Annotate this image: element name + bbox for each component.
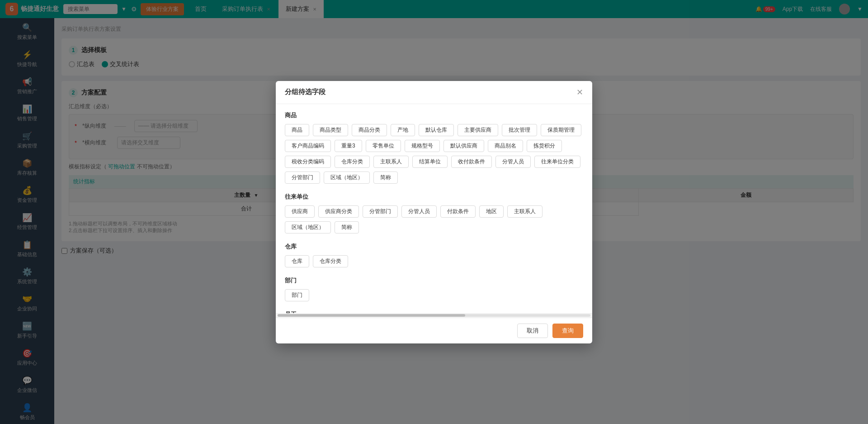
field-tag[interactable]: 分管人员	[495, 156, 531, 168]
confirm-button[interactable]: 查询	[552, 324, 583, 338]
field-tag[interactable]: 主联系人	[507, 205, 542, 218]
field-tag[interactable]: 商品别名	[488, 140, 523, 152]
field-tag[interactable]: 供应商分类	[318, 205, 359, 218]
scroll-thumb	[278, 314, 465, 317]
dept-group-title: 部门	[285, 276, 583, 285]
field-tag[interactable]: 付款条件	[440, 205, 476, 218]
scroll-track	[278, 314, 590, 317]
field-tag[interactable]: 供应商	[285, 205, 315, 218]
warehouse-group-title: 仓库	[285, 243, 583, 251]
warehouse-tags: 仓库仓库分类	[285, 255, 583, 267]
field-tag[interactable]: 仓库	[285, 255, 309, 267]
field-tag[interactable]: 默认仓库	[419, 124, 454, 136]
field-tag[interactable]: 简称	[373, 172, 398, 184]
field-tag[interactable]: 主联系人	[373, 156, 409, 168]
field-tag[interactable]: 税收分类编码	[285, 156, 331, 168]
goods-tags: 商品商品类型商品分类产地默认仓库主要供应商批次管理保质期管理客户商品编码重量3零…	[285, 124, 583, 184]
field-tag[interactable]: 分管部门	[363, 205, 398, 218]
field-tag[interactable]: 区域（地区）	[324, 172, 370, 184]
field-tag[interactable]: 结算单位	[412, 156, 448, 168]
field-tag[interactable]: 分管人员	[401, 205, 437, 218]
field-tag[interactable]: 规格型号	[405, 140, 440, 152]
modal-title: 分组待选字段	[285, 88, 326, 96]
field-tag[interactable]: 产地	[391, 124, 415, 136]
field-tag[interactable]: 往来单位分类	[534, 156, 580, 168]
field-tag[interactable]: 保质期管理	[541, 124, 581, 136]
partner-group-title: 往来单位	[285, 193, 583, 201]
field-tag[interactable]: 批次管理	[502, 124, 537, 136]
field-group-goods: 商品 商品商品类型商品分类产地默认仓库主要供应商批次管理保质期管理客户商品编码重…	[285, 111, 583, 184]
field-tag[interactable]: 地区	[479, 205, 504, 218]
modal-overlay: 分组待选字段 ✕ 商品 商品商品类型商品分类产地默认仓库主要供应商批次管理保质期…	[0, 0, 868, 424]
goods-group-title: 商品	[285, 111, 583, 119]
field-tag[interactable]: 商品	[285, 124, 309, 136]
modal-header: 分组待选字段 ✕	[276, 81, 592, 104]
field-tag[interactable]: 收付款条件	[451, 156, 492, 168]
field-tag[interactable]: 商品类型	[313, 124, 348, 136]
modal-close-button[interactable]: ✕	[576, 87, 583, 97]
field-group-dept: 部门 部门	[285, 276, 583, 301]
field-tag[interactable]: 仓库分类	[335, 156, 370, 168]
modal-body: 商品 商品商品类型商品分类产地默认仓库主要供应商批次管理保质期管理客户商品编码重…	[276, 104, 592, 313]
field-tag[interactable]: 区域（地区）	[285, 221, 331, 233]
field-tag[interactable]: 商品分类	[352, 124, 387, 136]
field-tag[interactable]: 部门	[285, 289, 309, 301]
field-tag[interactable]: 零售单位	[366, 140, 401, 152]
field-select-modal: 分组待选字段 ✕ 商品 商品商品类型商品分类产地默认仓库主要供应商批次管理保质期…	[276, 81, 592, 343]
cancel-button[interactable]: 取消	[517, 324, 548, 338]
field-tag[interactable]: 客户商品编码	[285, 140, 331, 152]
partner-tags: 供应商供应商分类分管部门分管人员付款条件地区主联系人区域（地区）简称	[285, 205, 583, 233]
field-tag[interactable]: 拣货积分	[527, 140, 562, 152]
field-tag[interactable]: 默认供应商	[443, 140, 484, 152]
field-tag[interactable]: 重量3	[335, 140, 362, 152]
field-group-warehouse: 仓库 仓库仓库分类	[285, 243, 583, 267]
field-tag[interactable]: 简称	[335, 221, 359, 233]
field-group-partner: 往来单位 供应商供应商分类分管部门分管人员付款条件地区主联系人区域（地区）简称	[285, 193, 583, 233]
modal-horizontal-scrollbar[interactable]	[276, 313, 592, 318]
field-tag[interactable]: 分管部门	[285, 172, 320, 184]
field-tag[interactable]: 仓库分类	[313, 255, 348, 267]
modal-footer: 取消 查询	[276, 318, 592, 343]
dept-tags: 部门	[285, 289, 583, 301]
field-tag[interactable]: 主要供应商	[458, 124, 498, 136]
